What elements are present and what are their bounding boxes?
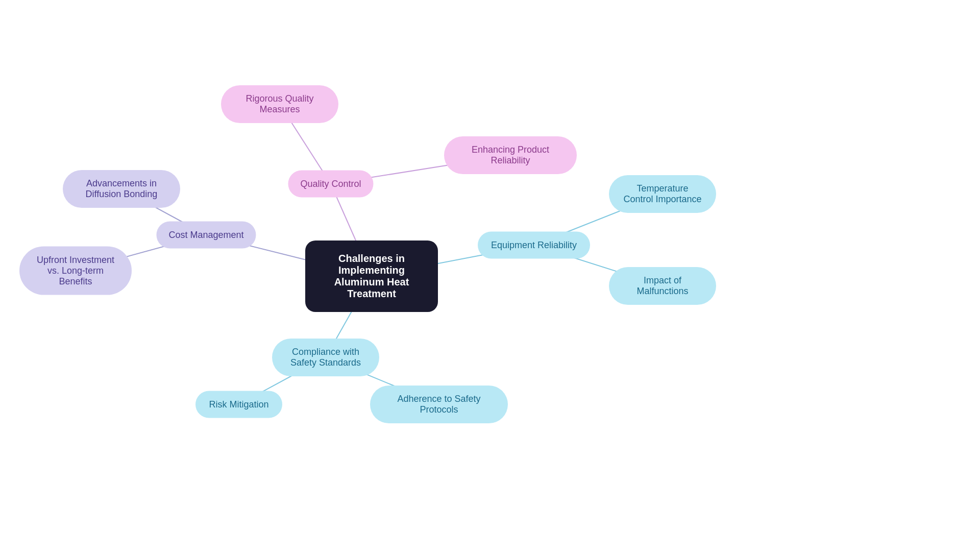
- compliance-safety-node: Compliance with Safety Standards: [272, 339, 379, 376]
- cost-management-node: Cost Management: [156, 222, 256, 249]
- quality-control-node: Quality Control: [288, 171, 373, 198]
- advancements-diffusion-node: Advancements in Diffusion Bonding: [63, 170, 180, 208]
- temperature-control-node: Temperature Control Importance: [609, 175, 716, 213]
- rigorous-quality-node: Rigorous Quality Measures: [221, 85, 338, 123]
- connections-svg: [0, 0, 980, 553]
- center-node: Challenges in Implementing Aluminum Heat…: [305, 241, 438, 312]
- mindmap-container: Challenges in Implementing Aluminum Heat…: [0, 0, 980, 553]
- adherence-safety-node: Adherence to Safety Protocols: [370, 386, 508, 423]
- risk-mitigation-node: Risk Mitigation: [195, 391, 282, 418]
- equipment-reliability-node: Equipment Reliability: [478, 232, 590, 259]
- impact-malfunctions-node: Impact of Malfunctions: [609, 267, 716, 305]
- enhancing-reliability-node: Enhancing Product Reliability: [444, 136, 577, 174]
- upfront-investment-node: Upfront Investment vs. Long-term Benefit…: [19, 247, 132, 295]
